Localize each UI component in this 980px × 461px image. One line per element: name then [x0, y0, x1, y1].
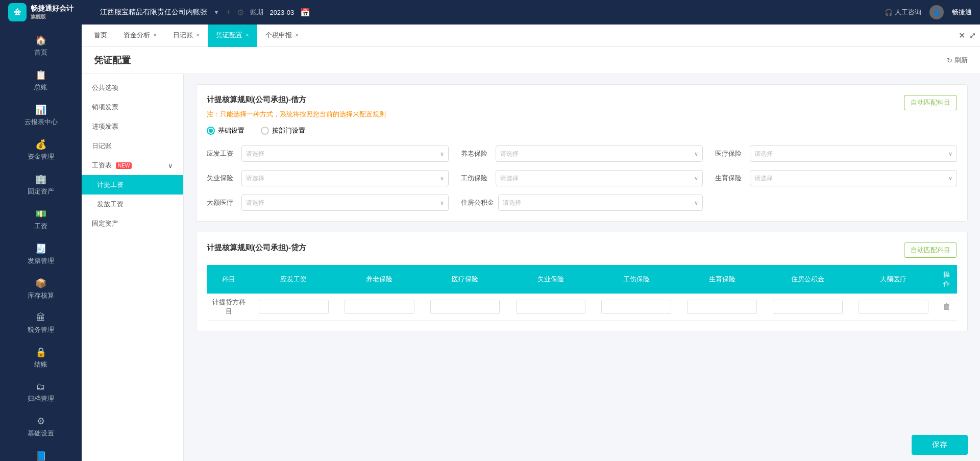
finance-icon: 💰: [35, 139, 46, 150]
th-action: 操作: [936, 265, 957, 294]
debit-auto-match-btn[interactable]: 自动匹配科目: [904, 95, 957, 110]
debit-section: 计提核算规则(公司承担)-借方 注：只能选择一种方式，系统将按照您当前的选择来配…: [196, 84, 968, 222]
label-yiliao: 医疗保险: [715, 149, 746, 158]
company-dropdown-btn[interactable]: ▼: [213, 9, 219, 16]
sidebar-item-inventory[interactable]: 📦 库存核算: [4, 273, 78, 305]
form-item-shiye: 失业保险 请选择 ∨: [207, 170, 449, 186]
sidebar-item-salary[interactable]: 💵 工资: [4, 203, 78, 236]
sidebar-label-finance: 资金管理: [28, 152, 54, 161]
sidebar-item-fixed-assets[interactable]: 🏢 固定资产: [4, 168, 78, 201]
form-item-yanglao: 养老保险 请选择 ∨: [461, 145, 703, 162]
left-nav-sales-invoice[interactable]: 销项发票: [82, 98, 183, 117]
tab-bar: 首页 资金分析 × 日记账 × 凭证配置 × 个税申报 × ✕ ⤢: [82, 25, 980, 47]
left-nav-purchase-invoice[interactable]: 进项发票: [82, 117, 183, 136]
td-gongshang-input: [594, 294, 679, 321]
sidebar-item-ledger[interactable]: 📋 总账: [4, 64, 78, 97]
save-btn[interactable]: 保存: [912, 435, 968, 455]
save-bar: 保存: [899, 429, 980, 461]
select-yiliao[interactable]: 请选择 ∨: [750, 145, 957, 162]
input-yingfa[interactable]: [259, 300, 329, 314]
input-yiliao[interactable]: [430, 300, 500, 314]
delete-row-btn[interactable]: 🗑: [943, 302, 951, 311]
input-shengyu[interactable]: [687, 300, 757, 314]
tab-voucher-config[interactable]: 凭证配置 ×: [208, 25, 257, 47]
select-shengyu[interactable]: 请选择 ∨: [750, 170, 957, 186]
tab-journal-label: 日记账: [173, 31, 193, 40]
sidebar-item-close[interactable]: 🔒 结账: [4, 342, 78, 374]
left-nav-salary-table[interactable]: 工资表 NEW ∨: [82, 156, 183, 175]
chevron-down-icon-6: ∨: [948, 175, 952, 182]
radio-basic[interactable]: 基础设置: [207, 126, 244, 135]
left-nav-calc-salary[interactable]: 计提工资: [82, 175, 183, 195]
sidebar-item-home[interactable]: 🏠 首页: [4, 30, 78, 62]
label-zhufang: 住房公积金: [461, 198, 494, 207]
window-maximize-btn[interactable]: ⤢: [969, 31, 976, 40]
sidebar-item-invoice[interactable]: 🧾 发票管理: [4, 238, 78, 271]
tab-journal[interactable]: 日记账 ×: [165, 25, 208, 47]
sidebar-item-guide[interactable]: 📘 新手引导: [4, 445, 78, 461]
input-yanglao[interactable]: [345, 300, 414, 314]
input-zhufang[interactable]: [773, 300, 843, 314]
select-yanglao[interactable]: 请选择 ∨: [496, 145, 703, 162]
form-item-daeyiliao: 大额医疗 请选择 ∨: [207, 195, 449, 211]
sidebar-item-tax[interactable]: 🏛 税务管理: [4, 307, 78, 339]
input-shiye[interactable]: [516, 300, 586, 314]
service-btn[interactable]: 🎧 人工咨询: [885, 8, 921, 17]
credit-auto-match-btn[interactable]: 自动匹配科目: [904, 242, 957, 258]
sidebar-item-finance[interactable]: 💰 资金管理: [4, 134, 78, 166]
select-daeyiliao[interactable]: 请选择 ∨: [241, 195, 449, 211]
sidebar-item-reports[interactable]: 📊 云报表中心: [4, 99, 78, 132]
radio-dept[interactable]: 按部门设置: [261, 126, 305, 135]
select-gongshang[interactable]: 请选择 ∨: [496, 170, 703, 186]
tab-finance-close[interactable]: ×: [153, 32, 157, 39]
inner-layout: 公共选项 销项发票 进项发票 日记账 工资表 NEW ∨: [82, 74, 980, 461]
td-yingfa-input: [251, 294, 336, 321]
sidebar-item-basic-settings[interactable]: ⚙ 基础设置: [4, 410, 78, 443]
sidebar-label-ledger: 总账: [34, 83, 47, 92]
guide-icon: 📘: [35, 450, 46, 461]
left-nav-pay-salary[interactable]: 发放工资: [82, 195, 183, 214]
calendar-btn[interactable]: 📅: [300, 8, 310, 17]
td-yiliao-input: [422, 294, 508, 321]
input-daeyiliao[interactable]: [859, 300, 928, 314]
label-gongshang: 工伤保险: [461, 174, 492, 183]
tab-journal-close[interactable]: ×: [196, 32, 200, 39]
th-shiye: 失业保险: [508, 265, 594, 294]
window-close-btn[interactable]: ✕: [959, 31, 965, 40]
tab-voucher-config-close[interactable]: ×: [246, 32, 249, 39]
select-shiye[interactable]: 请选择 ∨: [241, 170, 449, 186]
home-icon: 🏠: [35, 35, 46, 46]
debit-section-title: 计提核算规则(公司承担)-借方: [207, 95, 904, 105]
th-subject: 科目: [207, 265, 251, 294]
logo-icon: 会: [8, 3, 27, 21]
ledger-icon: 📋: [35, 69, 46, 81]
tab-home[interactable]: 首页: [86, 25, 115, 47]
table-row: 计提贷方科目 🗑: [207, 294, 957, 321]
table-header-row: 科目 应发工资 养老保险 医疗保险 失业保险 工伤保险 生育保险 住房公积金 大…: [207, 265, 957, 294]
sidebar: 🏠 首页 📋 总账 📊 云报表中心 💰 资金管理 🏢 固定资产 💵 工资 🧾 发…: [0, 25, 82, 461]
label-shiye: 失业保险: [207, 174, 237, 183]
inventory-icon: 📦: [35, 278, 46, 289]
form-item-zhufang: 住房公积金 请选择 ∨: [461, 195, 703, 211]
sidebar-label-invoice: 发票管理: [28, 256, 54, 265]
settings-btn[interactable]: ⚙: [237, 8, 244, 17]
credit-table: 科目 应发工资 养老保险 医疗保险 失业保险 工伤保险 生育保险 住房公积金 大…: [207, 265, 957, 321]
select-zhufang[interactable]: 请选择 ∨: [498, 195, 703, 211]
select-yingfa[interactable]: 请选择 ∨: [241, 145, 449, 162]
add-account-btn[interactable]: +: [226, 7, 231, 18]
sidebar-label-inventory: 库存核算: [28, 291, 54, 300]
refresh-btn[interactable]: ↻ 刷新: [947, 56, 968, 65]
top-bar: 会 畅捷通好会计 旗舰版 江西服宝精品有限责任公司内账张 ▼ + ⚙ 账期 20…: [0, 0, 980, 25]
period-value[interactable]: 2023-03: [270, 9, 294, 16]
tab-tax[interactable]: 个税申报 ×: [257, 25, 307, 47]
sidebar-item-archive[interactable]: 🗂 归档管理: [4, 376, 78, 408]
left-nav-public-options[interactable]: 公共选项: [82, 78, 183, 98]
left-nav-fixed-assets[interactable]: 固定资产: [82, 214, 183, 233]
input-gongshang[interactable]: [601, 300, 671, 314]
invoice-icon: 🧾: [35, 243, 46, 254]
td-shengyu-input: [679, 294, 765, 321]
tab-tax-close[interactable]: ×: [295, 32, 299, 39]
left-nav-journal[interactable]: 日记账: [82, 136, 183, 156]
td-yanglao-input: [336, 294, 422, 321]
tab-finance[interactable]: 资金分析 ×: [115, 25, 165, 47]
